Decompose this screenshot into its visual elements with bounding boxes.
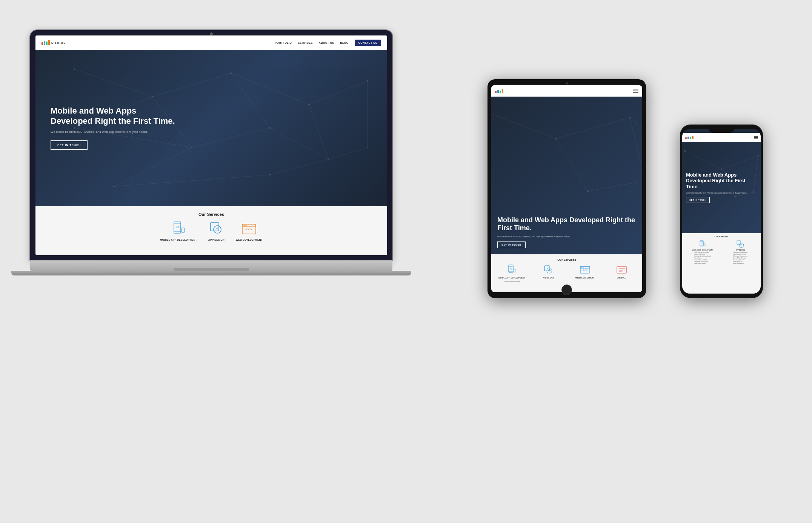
svg-line-71 — [754, 155, 758, 192]
svg-point-38 — [244, 225, 245, 226]
svg-text:</>: </> — [245, 227, 252, 231]
svg-point-50 — [587, 190, 589, 192]
svg-line-1 — [153, 73, 231, 97]
svg-point-26 — [113, 186, 114, 187]
nav-contact-button[interactable]: CONTACT US — [355, 40, 381, 46]
svg-line-13 — [114, 148, 192, 187]
tablet-outer: Mobile and Web Apps Developed Right the … — [488, 79, 646, 298]
svg-point-47 — [555, 138, 557, 140]
svg-point-19 — [308, 104, 310, 105]
svg-line-14 — [270, 159, 328, 175]
phone-notch — [708, 125, 735, 133]
svg-line-3 — [309, 81, 368, 105]
tablet-service-design: APP DESIGN — [532, 265, 565, 282]
laptop-camera — [210, 32, 213, 35]
svg-line-43 — [556, 138, 588, 191]
svg-point-58 — [547, 268, 552, 273]
phone-services-grid: </> MOBILE APP DEVELOPMENT User Experien… — [684, 240, 758, 265]
laptop-website: LITHIOS PORTFOLIO SERVICES ABOUT US BLOG… — [35, 35, 387, 255]
svg-line-0 — [75, 69, 153, 97]
nav-link-blog[interactable]: BLOG — [340, 42, 348, 44]
svg-point-77 — [752, 191, 754, 193]
svg-line-42 — [630, 118, 642, 149]
svg-text:</>: </> — [510, 267, 514, 270]
tablet-services-title: Our Services — [495, 258, 638, 262]
phone-service-design-label: APP DESIGN — [736, 249, 745, 251]
svg-point-84 — [739, 243, 744, 248]
phone-hamburger-icon[interactable] — [754, 136, 758, 139]
svg-point-20 — [367, 80, 368, 82]
tablet-service-mobile: </> MOBILE APP DEVELOPMENT User Experien… — [495, 265, 529, 282]
scene: LITHIOS PORTFOLIO SERVICES ABOUT US BLOG… — [0, 0, 812, 523]
svg-line-5 — [231, 73, 270, 128]
laptop-base — [30, 260, 392, 271]
svg-text:</>: </> — [583, 269, 587, 272]
svg-point-25 — [367, 147, 368, 148]
nav-link-portfolio[interactable]: PORTFOLIO — [275, 42, 292, 44]
svg-rect-32 — [181, 228, 185, 232]
svg-point-63 — [583, 267, 583, 268]
tablet-hamburger-icon[interactable] — [633, 89, 638, 93]
phone-service-mobile-details: User Experience DesignNative iOS (Swift)… — [694, 252, 710, 265]
svg-point-23 — [328, 158, 329, 160]
phone-service-mobile: </> MOBILE APP DEVELOPMENT User Experien… — [684, 240, 721, 265]
tablet-service-mobile-label: MOBILE APP DEVELOPMENT — [498, 277, 525, 279]
tablet-service-design-label: APP DESIGN — [543, 277, 554, 279]
laptop-service-mobile: </> MOBILE APP DEVELOPMENT — [160, 221, 197, 241]
tablet-home-button[interactable] — [561, 285, 572, 295]
laptop-service-web-label: WEB DEVELOPMENT — [236, 238, 263, 241]
svg-point-48 — [629, 117, 631, 119]
phone-service-mobile-label: MOBILE APP DEVELOPMENT — [692, 249, 713, 251]
phone-services-title: Our Services — [684, 235, 758, 238]
phone-device: Mobile and Web Apps Developed Right the … — [680, 125, 763, 298]
svg-line-6 — [309, 105, 329, 159]
phone-service-design: APP DESIGN User Experience DesignUser In… — [722, 240, 758, 265]
laptop-screen-outer: LITHIOS PORTFOLIO SERVICES ABOUT US BLOG… — [30, 30, 392, 260]
laptop-nav-links: PORTFOLIO SERVICES ABOUT US BLOG CONTACT… — [275, 40, 381, 46]
tablet-service-mobile-sub: User Experience Design — [504, 280, 520, 282]
laptop-hero-title: Mobile and Web Apps Developed Right the … — [51, 106, 179, 126]
tablet-logo-bars-icon — [495, 89, 503, 93]
tablet-service-web: </> WEB DEVELOPMENT — [568, 265, 602, 282]
phone-screen: Mobile and Web Apps Developed Right the … — [682, 129, 761, 294]
svg-point-34 — [214, 226, 221, 233]
nav-link-services[interactable]: SERVICES — [298, 42, 313, 44]
laptop-foot — [11, 271, 411, 275]
phone-service-design-details: User Experience DesignUser Interface Des… — [733, 252, 747, 265]
svg-point-62 — [581, 267, 582, 268]
svg-point-74 — [721, 168, 723, 170]
svg-line-45 — [588, 181, 642, 191]
svg-line-15 — [114, 175, 270, 186]
svg-line-40 — [491, 112, 556, 139]
svg-point-22 — [269, 127, 271, 129]
laptop-services-title: Our Services — [45, 212, 378, 217]
svg-rect-64 — [617, 266, 626, 273]
svg-rect-82 — [704, 243, 705, 246]
laptop-service-web: </> WEB DEVELOPMENT — [236, 221, 263, 241]
svg-point-76 — [734, 196, 736, 198]
svg-point-39 — [246, 225, 247, 226]
laptop-services-grid: </> MOBILE APP DEVELOPMENT — [45, 221, 378, 241]
svg-point-17 — [152, 96, 154, 97]
svg-line-72 — [735, 192, 753, 197]
laptop-logo: LITHIOS — [42, 40, 66, 45]
laptop-hero-subtitle: We create beautiful iOS, Android, and We… — [51, 130, 179, 134]
tablet-camera — [566, 82, 568, 85]
tablet-device: Mobile and Web Apps Developed Right the … — [488, 79, 646, 298]
phone-nav — [682, 133, 761, 142]
svg-point-27 — [269, 174, 271, 175]
svg-rect-57 — [544, 266, 550, 271]
laptop-nav: LITHIOS PORTFOLIO SERVICES ABOUT US BLOG… — [35, 35, 387, 50]
svg-line-69 — [721, 155, 758, 169]
laptop-get-in-touch-button[interactable]: GET IN TOUCH — [51, 140, 88, 150]
laptop-services-section: Our Services </> — [35, 206, 387, 255]
svg-line-7 — [192, 128, 270, 148]
nav-link-about[interactable]: ABOUT US — [319, 42, 334, 44]
svg-point-73 — [684, 150, 686, 152]
logo-bars-icon — [42, 40, 50, 45]
laptop-service-design-label: APP DESIGN — [208, 238, 225, 241]
svg-rect-56 — [514, 269, 516, 272]
svg-line-11 — [329, 148, 368, 159]
laptop-logo-text: LITHIOS — [51, 41, 66, 45]
svg-text:</>: </> — [176, 226, 181, 229]
